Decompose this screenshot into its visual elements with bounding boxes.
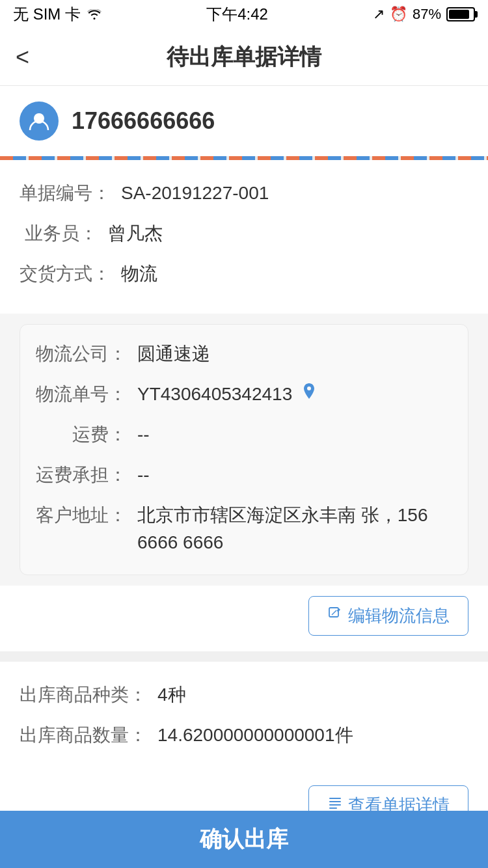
freight-label: 运费：: [36, 421, 127, 448]
freight-bearer-row: 运费承担： --: [36, 461, 452, 489]
status-left: 无 SIM 卡: [13, 4, 102, 25]
sales-person-label: 业务员：: [20, 220, 98, 247]
freight-bearer-value: --: [137, 461, 452, 489]
address-row: 客户地址： 北京市市辖区海淀区永丰南 张，156 6666 6666: [36, 502, 452, 556]
page-title: 待出库单据详情: [167, 42, 321, 72]
delivery-method-label: 交货方式：: [20, 260, 111, 288]
logistics-card: 物流公司： 圆通速递 物流单号： YT43064053424​13 运费： --…: [20, 324, 468, 575]
tracking-label: 物流单号：: [36, 381, 127, 408]
status-bar: 无 SIM 卡 下午4:42 ↗ ⏰ 87%: [0, 0, 488, 29]
edit-logistics-label: 编辑物流信息: [348, 604, 450, 627]
order-number-row: 单据编号： SA-20191227-001: [20, 180, 468, 207]
section-separator: [0, 651, 488, 662]
svg-rect-4: [329, 804, 341, 806]
carrier-label: 无 SIM 卡: [13, 4, 81, 25]
wifi-icon: [87, 5, 102, 23]
goods-quantity-label: 出库商品数量：: [20, 722, 147, 749]
confirm-button[interactable]: 确认出库: [200, 824, 288, 854]
goods-quantity-value: 14.620000000000001件: [157, 722, 468, 749]
alarm-icon: ⏰: [390, 6, 407, 23]
map-pin-icon[interactable]: [300, 381, 318, 408]
customer-phone: 17666666666: [72, 107, 215, 135]
time-label: 下午4:42: [206, 4, 268, 25]
freight-row: 运费： --: [36, 421, 452, 448]
tracking-value: YT43064053424​13: [137, 381, 452, 408]
freight-value: --: [137, 421, 452, 448]
battery-percentage: 87%: [413, 6, 441, 23]
status-right: ↗ ⏰ 87%: [373, 6, 475, 23]
address-label: 客户地址：: [36, 502, 127, 529]
back-button[interactable]: <: [16, 44, 29, 71]
order-number-label: 单据编号：: [20, 180, 111, 207]
goods-type-value: 4种: [157, 681, 468, 709]
svg-rect-3: [329, 801, 341, 802]
delivery-method-row: 交货方式： 物流: [20, 260, 468, 288]
goods-section: 出库商品种类： 4种 出库商品数量： 14.620000000000001件: [0, 662, 488, 775]
edit-icon: [327, 606, 343, 626]
tracking-number-row: 物流单号： YT43064053424​13: [36, 381, 452, 408]
delivery-method-value: 物流: [121, 260, 468, 288]
goods-quantity-row: 出库商品数量： 14.620000000000001件: [20, 722, 468, 749]
logistics-company-label: 物流公司：: [36, 340, 127, 368]
logistics-company-value: 圆通速递: [137, 340, 452, 368]
avatar: [20, 102, 59, 141]
freight-bearer-label: 运费承担：: [36, 461, 127, 489]
address-value: 北京市市辖区海淀区永丰南 张，156 6666 6666: [137, 502, 452, 556]
sales-person-value: 曾凡杰: [108, 220, 468, 247]
nav-bar: < 待出库单据详情: [0, 29, 488, 86]
order-info-section: 单据编号： SA-20191227-001 业务员： 曾凡杰 交货方式： 物流: [0, 160, 488, 314]
customer-header: 17666666666: [0, 86, 488, 156]
svg-rect-2: [329, 798, 341, 799]
svg-rect-5: [329, 807, 337, 809]
sales-person-row: 业务员： 曾凡杰: [20, 220, 468, 247]
goods-type-row: 出库商品种类： 4种: [20, 681, 468, 709]
confirm-btn-area: 确认出库: [0, 811, 488, 868]
order-number-value: SA-20191227-001: [121, 180, 468, 207]
location-status-icon: ↗: [373, 6, 385, 23]
goods-type-label: 出库商品种类：: [20, 681, 147, 709]
logistics-company-row: 物流公司： 圆通速递: [36, 340, 452, 368]
edit-logistics-button[interactable]: 编辑物流信息: [308, 596, 468, 636]
battery-icon: [446, 7, 475, 21]
edit-logistics-area: 编辑物流信息: [0, 586, 488, 651]
